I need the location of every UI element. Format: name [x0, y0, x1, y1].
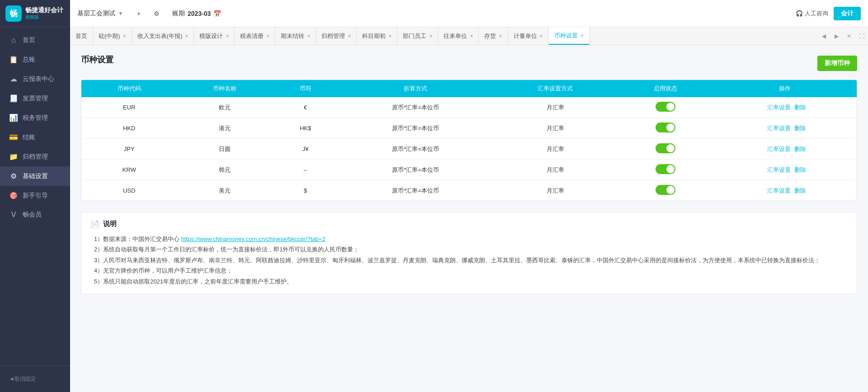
nav-label-home: 首页	[23, 36, 35, 44]
tab-close-customers[interactable]: ×	[470, 33, 473, 39]
rate-setting-link[interactable]: 汇率设置	[767, 187, 791, 194]
tab-template[interactable]: 模版设计 ×	[194, 27, 235, 45]
rate-setting-link[interactable]: 汇率设置	[767, 166, 791, 173]
cell-toggle	[618, 118, 713, 139]
tab-close-income[interactable]: ×	[185, 33, 188, 39]
sidebar-item-reports[interactable]: ☁云报表中心	[0, 69, 70, 89]
nav-label-newbie: 新手引导	[23, 192, 48, 200]
tab-prev-button[interactable]: ◀	[817, 27, 830, 45]
cell-actions: 汇率设置删除	[713, 160, 857, 180]
sidebar-item-member[interactable]: V畅会员	[0, 205, 70, 224]
help-button[interactable]: 🎧 人工咨询	[796, 9, 828, 18]
cell-actions: 汇率设置删除	[713, 180, 857, 201]
nav-icon-member: V	[9, 211, 18, 219]
tab-close-template[interactable]: ×	[226, 33, 229, 39]
table-row: USD美元$原币*汇率=本位币月汇率汇率设置删除	[81, 180, 857, 201]
tab-close-balance[interactable]: ×	[123, 33, 126, 39]
tab-inventory[interactable]: 存货 ×	[479, 27, 508, 45]
settings-icon-button[interactable]: ⚙	[151, 7, 163, 20]
cell-symbol: J¥	[273, 139, 339, 160]
tab-label-customers: 往来单位	[443, 32, 467, 40]
nav-icon-settings: ⚙	[9, 172, 18, 180]
rate-setting-link[interactable]: 汇率设置	[767, 146, 791, 152]
tab-balance[interactable]: 砝(中期) ×	[93, 27, 132, 45]
period-calendar-icon[interactable]: 📅	[213, 10, 221, 17]
logo-main-text: 畅捷通好会计	[25, 6, 63, 14]
table-row: EUR欧元€原币*汇率=本位币月汇率汇率设置删除	[81, 97, 857, 118]
nav-icon-checkout: 💳	[9, 133, 18, 142]
delete-link[interactable]: 删除	[794, 166, 806, 173]
tab-next-button[interactable]: ▶	[830, 27, 843, 45]
enable-toggle[interactable]	[656, 185, 675, 195]
explanation-item-1: 1）数据来源：中国外汇交易中心 https://www.chinamoney.c…	[94, 234, 848, 244]
nav-label-member: 畅会员	[23, 211, 42, 219]
tab-period-end[interactable]: 期末结转 ×	[275, 27, 316, 45]
tab-expand-button[interactable]: ⛶	[855, 27, 868, 45]
tab-close-tax[interactable]: ×	[266, 33, 269, 39]
cell-toggle	[618, 160, 713, 180]
tab-customers[interactable]: 往来单位 ×	[438, 27, 479, 45]
tab-close-period-end[interactable]: ×	[307, 33, 310, 39]
user-button[interactable]: 会计	[834, 7, 861, 20]
cell-actions: 汇率设置删除	[713, 97, 857, 118]
cell-symbol: $	[273, 180, 339, 201]
enable-toggle[interactable]	[656, 164, 675, 174]
table-header: 币种代码币种名称币符折算方式汇率设置方式启用状态操作	[81, 80, 857, 97]
sidebar-item-ledger[interactable]: 📋总账	[0, 50, 70, 69]
delete-link[interactable]: 删除	[794, 146, 806, 152]
new-currency-button[interactable]: 新增币种	[817, 56, 857, 71]
workspace-selector[interactable]: 基层工会测试 ▼	[77, 9, 123, 18]
tab-close-inventory[interactable]: ×	[499, 33, 502, 39]
sidebar-item-home[interactable]: ⌂首页	[0, 31, 70, 50]
logo-text: 畅捷通好会计 旗舰版	[25, 6, 63, 20]
enable-toggle[interactable]	[656, 102, 675, 112]
tab-label-dept: 部门员工	[403, 32, 426, 40]
nav-label-ledger: 总账	[23, 56, 35, 64]
tab-tax[interactable]: 税表清册 ×	[235, 27, 275, 45]
tab-home[interactable]: 首页	[70, 27, 93, 45]
cell-code: JPY	[81, 139, 177, 160]
tab-close-unit[interactable]: ×	[540, 33, 543, 39]
col-header-操作: 操作	[713, 80, 857, 97]
cell-conversion: 原币*汇率=本位币	[339, 97, 493, 118]
rate-setting-link[interactable]: 汇率设置	[767, 104, 791, 111]
sidebar-item-newbie[interactable]: 🎯新手引导	[0, 186, 70, 205]
workspace-dropdown-icon: ▼	[118, 10, 123, 17]
tab-close-dept[interactable]: ×	[429, 33, 432, 39]
tab-income[interactable]: 收入支出表(年报) ×	[132, 27, 194, 45]
nav-icon-ledger: 📋	[9, 55, 18, 64]
pin-toggle[interactable]: ◄取消固定	[0, 372, 70, 387]
tab-unit[interactable]: 计量单位 ×	[508, 27, 549, 45]
delete-link[interactable]: 删除	[794, 104, 806, 111]
sidebar-item-archive[interactable]: 📁归档管理	[0, 147, 70, 166]
tab-nav-buttons: ◀ ▶ ✕ ⛶	[817, 27, 868, 45]
tab-archive[interactable]: 归档管理 ×	[316, 27, 357, 45]
cell-conversion: 原币*汇率=本位币	[339, 139, 493, 160]
tab-subjects[interactable]: 科目期初 ×	[357, 27, 397, 45]
enable-toggle[interactable]	[656, 143, 675, 153]
sidebar-item-checkout[interactable]: 💳结账	[0, 128, 70, 147]
tab-currency[interactable]: 币种设置 ×	[549, 27, 590, 45]
tab-close-subjects[interactable]: ×	[388, 33, 392, 39]
page-title: 币种设置	[81, 54, 113, 65]
sidebar-item-invoice[interactable]: 🧾发票管理	[0, 89, 70, 108]
sidebar-item-settings[interactable]: ⚙基础设置	[0, 166, 70, 186]
delete-link[interactable]: 删除	[794, 187, 806, 194]
cell-rate-type: 月汇率	[493, 160, 618, 180]
cell-toggle	[618, 97, 713, 118]
rate-setting-link[interactable]: 汇率设置	[767, 125, 791, 132]
workspace-name: 基层工会测试	[77, 9, 115, 18]
col-header-启用状态: 启用状态	[618, 80, 713, 97]
tab-close-all-button[interactable]: ✕	[843, 27, 855, 45]
external-link[interactable]: https://www.chinamoney.com.cn/chinese/bk…	[181, 236, 326, 242]
tab-dept[interactable]: 部门员工 ×	[397, 27, 438, 45]
add-workspace-button[interactable]: +	[132, 7, 145, 20]
sidebar-item-tax[interactable]: 📊税务管理	[0, 108, 70, 128]
delete-link[interactable]: 删除	[794, 125, 806, 132]
tab-close-currency[interactable]: ×	[580, 33, 584, 39]
nav-label-settings: 基础设置	[23, 172, 48, 180]
enable-toggle[interactable]	[656, 123, 675, 132]
cell-code: KRW	[81, 160, 177, 180]
tab-close-archive[interactable]: ×	[348, 33, 351, 39]
table-row: HKD港元HK$原币*汇率=本位币月汇率汇率设置删除	[81, 118, 857, 139]
